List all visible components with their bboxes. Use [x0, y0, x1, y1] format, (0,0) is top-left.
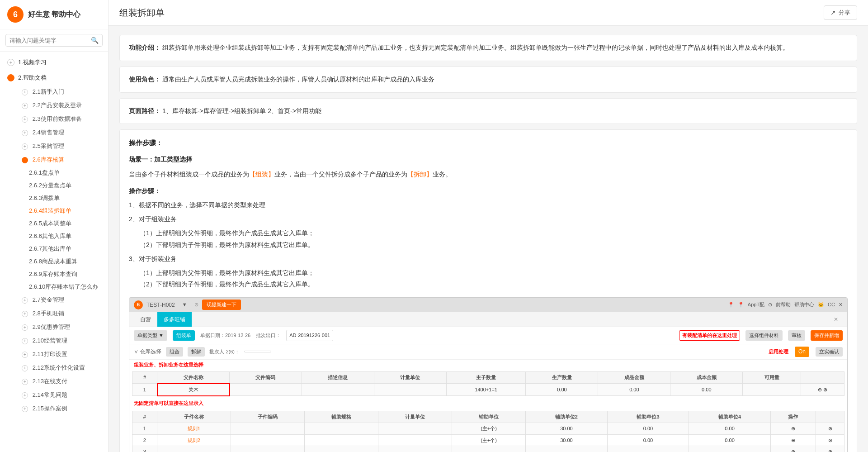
table-row: 1 规则1 (主+个) 30.00 0.00 0.00 ⊕ — [132, 423, 844, 434]
plus-icon: + — [22, 311, 28, 317]
ss-th-prod-amt: 成品金额 — [598, 372, 670, 384]
ss-btn-select-component[interactable]: 选择组件材料 — [745, 330, 783, 341]
ss-th-prod-qty: 生产数量 — [526, 372, 598, 384]
ops-title: 操作步骤： — [129, 137, 848, 149]
sidebar-item-2.12[interactable]: + 2.12系统个性化设置 — [18, 361, 108, 375]
sidebar-item-2.6.10[interactable]: 2.6.10库存账本错了怎么办 — [25, 281, 108, 293]
sidebar-item-2.6.8[interactable]: 2.6.8商品成本重算 — [25, 255, 108, 268]
table-row: 1 关木 1400+1=1 0.00 0.00 0.00 — [132, 384, 844, 396]
search-area: 🔍 — [0, 29, 108, 52]
ss-td-avail — [743, 384, 801, 396]
plus-icon: + — [22, 324, 28, 331]
sidebar-item-2.3[interactable]: + 2.3使用前数据准备 — [18, 112, 108, 126]
logo-text: 好生意 帮助中心 — [28, 10, 80, 19]
ss-top-table-container: # 父件名称 父件编码 描述信息 计量单位 主子数量 生产数量 成品金额 成本金… — [129, 370, 847, 398]
sidebar-item-2.2[interactable]: + 2.2产品安装及登录 — [18, 99, 108, 112]
ss-td-punit — [374, 384, 446, 396]
ss-tab-close[interactable]: ✕ — [829, 312, 843, 327]
search-icon[interactable]: 🔍 — [91, 37, 99, 44]
plus-icon: + — [22, 143, 28, 150]
step2: 2、对于组装业务 — [129, 214, 848, 225]
sidebar-item-docs-label: 2.帮助文档 — [18, 74, 47, 82]
sidebar-item-2.6.9[interactable]: 2.6.9库存账本查询 — [25, 268, 108, 281]
step1: 1、根据不同的业务，选择不同单据的类型来处理 — [129, 200, 848, 211]
sidebar-item-2.9[interactable]: + 2.9优惠券管理 — [18, 320, 108, 334]
screenshot-inner: 自营 多多旺铺 ✕ 单据类型 ▼ 组装单 单据日期：2019-12-26 批次出… — [129, 312, 847, 452]
sidebar-item-docs[interactable]: − 2.帮助文档 — [0, 71, 108, 85]
screenshot-mock: 6 TEST-H002 ▼ ⊙ 现提新建一下 📍📍 AppT配⊙ 前帮助帮助中心… — [129, 297, 848, 452]
ss-tab-zuhe[interactable]: 组合 — [166, 347, 183, 357]
ss-form-row2: ∨ 仓库选择 组合 拆解 批次人 2(6)： 启用处理 On 立实确认 — [129, 344, 847, 359]
step2-1: （1）上部明细为父件明细，最终作为产成品生成其它入库单； — [140, 228, 848, 239]
ss-top-table: # 父件名称 父件编码 描述信息 计量单位 主子数量 生产数量 成品金额 成本金… — [132, 371, 844, 396]
plus-icon: + — [22, 406, 28, 412]
plus-icon: + — [22, 297, 28, 304]
search-input[interactable] — [9, 37, 91, 44]
ss-tab-active[interactable]: 多多旺铺 — [157, 312, 192, 327]
ss-btn-doctype[interactable]: 单据类型 ▼ — [134, 330, 167, 341]
ss-bth-ccode: 子件编码 — [231, 411, 304, 423]
sidebar-item-2.14[interactable]: + 2.14常见问题 — [18, 388, 108, 402]
sidebar-item-2.8[interactable]: + 2.8手机旺铺 — [18, 307, 108, 320]
ss-tab-ziyng[interactable]: 自营 — [134, 312, 157, 327]
scenario1-title: 场景一：加工类型选择 — [129, 154, 848, 165]
step3-2: （2）下部明细为子件明细，最终作为产成品生成其它入库单。 — [140, 279, 848, 290]
sidebar-item-2.4[interactable]: + 2.4销售管理 — [18, 126, 108, 139]
ss-th-parent-name: 父件名称 — [157, 372, 230, 384]
2.6-sub-items: 2.6.1盘点单 2.6.2分量盘点单 2.6.3调拨单 2.6.4组装拆卸单 … — [18, 167, 108, 293]
topbar: 组装拆卸单 ↗ 分享 — [108, 0, 868, 26]
plus-icon: + — [22, 103, 28, 109]
search-box: 🔍 — [5, 34, 103, 47]
step2-2: （2）下部明细为子件明细，最终作为原材料生成其它出库单。 — [140, 239, 848, 251]
nav-tree: + 1.视频学习 − 2.帮助文档 + 2.1新手入门 + 2.2产品安装及登录 — [0, 52, 108, 452]
ss-th-cost: 成本金额 — [670, 372, 743, 384]
content-area: 功能介绍： 组装拆卸单用来处理企业组装或拆卸等加工业务，支持有固定装配清单的产品… — [108, 26, 868, 452]
plus-icon: + — [22, 89, 28, 95]
ss-btn-save[interactable]: 保存并新增 — [811, 330, 843, 341]
table-row: 2 规则2 (主+个) 30.00 0.00 0.00 ⊕ — [132, 434, 844, 446]
minus-icon: − — [7, 74, 14, 81]
ss-bth-unit1: 计量单位 — [378, 411, 452, 423]
ss-bth-unit5: 辅助单位4 — [689, 411, 771, 423]
ss-bth-unit2: 辅助单位 — [452, 411, 526, 423]
sidebar-item-2.7[interactable]: + 2.7资金管理 — [18, 293, 108, 307]
sidebar-item-2.10[interactable]: + 2.10经营管理 — [18, 334, 108, 347]
sidebar-item-2.11[interactable]: + 2.11打印设置 — [18, 347, 108, 361]
sidebar-item-2.6.3[interactable]: 2.6.3调拨单 — [25, 192, 108, 205]
path-label: 页面路径： — [129, 107, 160, 114]
ss-th-unit: 计量单位 — [374, 372, 446, 384]
sidebar-item-2.6.2[interactable]: 2.6.2分量盘点单 — [25, 179, 108, 192]
ss-td-qty: 1400+1=1 — [446, 384, 526, 396]
plus-icon: + — [22, 352, 28, 358]
sidebar-item-2.5[interactable]: + 2.5采购管理 — [18, 139, 108, 153]
sidebar-item-2.1[interactable]: + 2.1新手入门 — [18, 85, 108, 99]
sidebar-item-2.6.6[interactable]: 2.6.6其他入库单 — [25, 230, 108, 243]
ss-form-row: 单据类型 ▼ 组装单 单据日期：2019-12-26 批次出口： AD-2019… — [129, 327, 847, 344]
sidebar-item-2.13[interactable]: + 2.13在线支付 — [18, 375, 108, 388]
ss-bottom-table: # 子件名称 子件编码 辅助规格 计量单位 辅助单位 辅助单位2 辅助单位3 辅… — [132, 411, 844, 452]
ss-btn-confirm[interactable]: 审核 — [788, 330, 805, 341]
nav-section-video: + 1.视频学习 — [0, 55, 108, 70]
sidebar-item-2.6.1[interactable]: 2.6.1盘点单 — [25, 167, 108, 179]
steps-container: 操作步骤： 1、根据不同的业务，选择不同单据的类型来处理 2、对于组装业务 （1… — [129, 186, 848, 290]
ss-bth-unit4: 辅助单位3 — [607, 411, 689, 423]
ss-btn-apply[interactable]: 立实确认 — [816, 347, 843, 357]
ss-th-qty: 主子数量 — [446, 372, 526, 384]
ss-th-desc: 描述信息 — [302, 372, 374, 384]
ss-td-pamt: 0.00 — [598, 384, 670, 396]
ss-tab-chaijie[interactable]: 拆解 — [188, 347, 205, 357]
role-text: 通常由生产人员或库管人员完成拆装业务的操作，库管人员确认原材料的出库和产成品的入… — [162, 76, 434, 83]
sidebar-item-video[interactable]: + 1.视频学习 — [0, 55, 108, 70]
plus-icon: + — [22, 130, 28, 136]
share-button[interactable]: ↗ 分享 — [824, 5, 857, 20]
sidebar-item-2.6[interactable]: − 2.6库存核算 — [18, 153, 108, 167]
sidebar-item-2.15[interactable]: + 2.15操作案例 — [18, 402, 108, 415]
plus-icon: + — [22, 116, 28, 123]
ss-btn-action[interactable]: 组装单 — [173, 330, 195, 341]
ss-bth-unit3: 辅助单位2 — [526, 411, 608, 423]
sidebar-item-2.6.4[interactable]: 2.6.4组装拆卸单 — [25, 205, 108, 217]
scenario1-desc: 当由多个子件材料组装成一个成品的业务为【组装】业务，当由一个父件拆分成多个子产品… — [129, 169, 848, 180]
sidebar-item-2.6.7[interactable]: 2.6.7其他出库单 — [25, 243, 108, 255]
sidebar-item-2.6.5[interactable]: 2.6.5成本调整单 — [25, 217, 108, 230]
share-icon: ↗ — [830, 9, 836, 16]
